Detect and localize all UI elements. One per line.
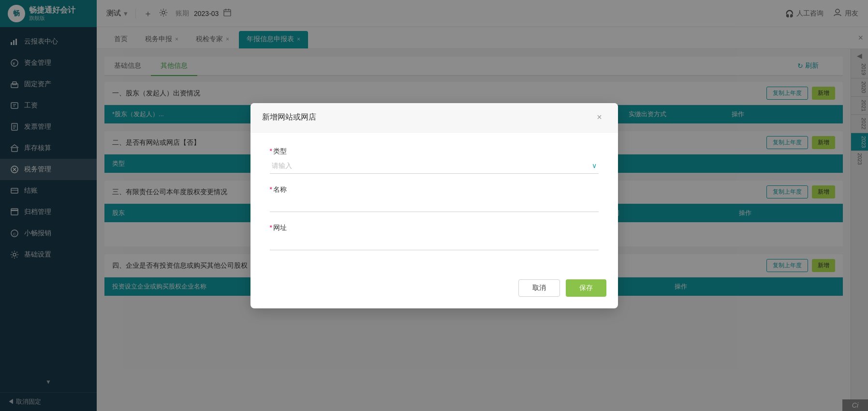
name-input[interactable] [270,196,599,212]
modal-close-btn[interactable]: × [593,111,606,124]
type-input-wrap: ∨ [270,158,599,174]
required-star: * [270,224,272,231]
save-button[interactable]: 保存 [566,279,606,297]
form-field-type: *类型 ∨ [270,147,599,174]
url-input-wrap [270,234,599,250]
add-website-modal: 新增网站或网店 × *类型 ∨ *名称 [250,103,618,308]
required-star: * [270,147,272,155]
url-input[interactable] [270,234,599,250]
cancel-button[interactable]: 取消 [518,279,560,297]
type-label: *类型 [270,147,287,156]
url-label: *网址 [270,224,287,232]
form-field-name: *名称 [270,185,599,212]
modal-overlay: 新增网站或网店 × *类型 ∨ *名称 [0,0,868,411]
name-label: *名称 [270,185,287,194]
required-star: * [270,185,272,193]
type-input[interactable] [270,158,599,173]
name-input-wrap [270,196,599,212]
modal-footer: 取消 保存 [250,272,618,308]
modal-header: 新增网站或网店 × [250,103,618,133]
form-field-url: *网址 [270,224,599,250]
modal-title: 新增网站或网店 [262,112,316,122]
modal-body: *类型 ∨ *名称 [250,133,618,272]
